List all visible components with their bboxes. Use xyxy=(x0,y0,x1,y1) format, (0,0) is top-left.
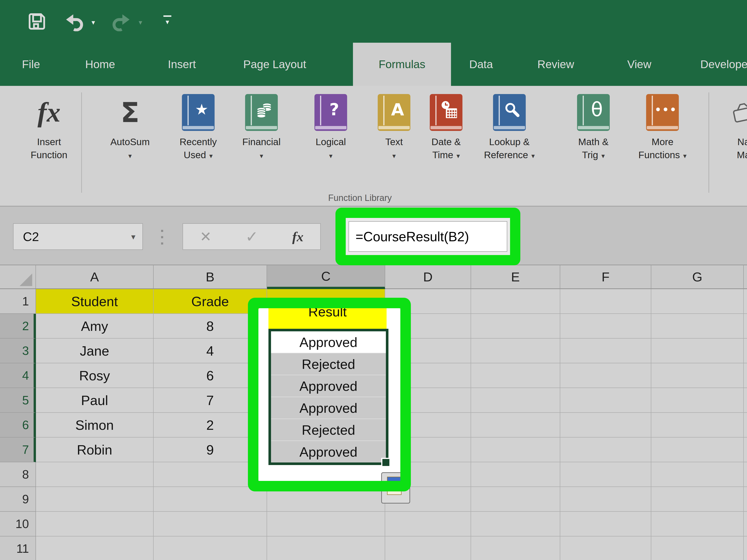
fill-handle[interactable] xyxy=(381,458,390,467)
row-header-7[interactable]: 7 xyxy=(0,437,36,462)
cell-B11[interactable] xyxy=(154,536,267,560)
cell-B8[interactable] xyxy=(154,462,267,487)
cell-G1[interactable] xyxy=(651,289,744,314)
cell-E10[interactable] xyxy=(471,512,560,536)
cell-A9[interactable] xyxy=(36,487,154,512)
chevron-down-icon[interactable]: ▾ xyxy=(683,150,687,160)
result-cell-C4[interactable]: Approved xyxy=(271,375,386,397)
row-header-11[interactable]: 11 xyxy=(0,536,36,560)
cell-F1[interactable] xyxy=(560,289,651,314)
row-header-5[interactable]: 5 xyxy=(0,388,36,413)
cell-H4[interactable] xyxy=(744,363,747,388)
enter-button[interactable]: ✓ xyxy=(246,228,258,246)
select-all-button[interactable] xyxy=(0,265,36,289)
row-header-4[interactable]: 4 xyxy=(0,363,36,388)
insert-function-fx-button[interactable]: fx xyxy=(292,229,304,244)
date-time-button[interactable]: Date & Time▾ xyxy=(430,91,462,161)
column-header-F[interactable]: F xyxy=(560,265,651,289)
redo-dropdown-arrow[interactable]: ▾ xyxy=(139,18,142,26)
row-header-9[interactable]: 9 xyxy=(0,487,36,512)
text-button[interactable]: A Text ▾ xyxy=(378,91,410,161)
cell-D10[interactable] xyxy=(385,512,471,536)
name-manager-button[interactable]: Na Ma xyxy=(729,91,747,161)
cell-G7[interactable] xyxy=(651,437,744,462)
cell-G4[interactable] xyxy=(651,363,744,388)
cell-A7[interactable]: Robin xyxy=(36,437,154,462)
cell-F5[interactable] xyxy=(560,388,651,413)
name-box[interactable]: C2 ▾ xyxy=(13,223,143,250)
result-cell-C3[interactable]: Rejected xyxy=(271,353,386,375)
cell-A10[interactable] xyxy=(36,512,154,536)
cell-A5[interactable]: Paul xyxy=(36,388,154,413)
row-header-1[interactable]: 1 xyxy=(0,289,36,314)
column-header-A[interactable]: A xyxy=(36,265,154,289)
cell-F11[interactable] xyxy=(560,536,651,560)
cell-G10[interactable] xyxy=(651,512,744,536)
cell-G6[interactable] xyxy=(651,413,744,437)
cell-H10[interactable] xyxy=(744,512,747,536)
more-functions-button[interactable]: ••• More Functions▾ xyxy=(639,91,687,161)
cell-E1[interactable] xyxy=(471,289,560,314)
cell-E6[interactable] xyxy=(471,413,560,437)
cancel-button[interactable]: ✕ xyxy=(200,229,211,245)
cell-E11[interactable] xyxy=(471,536,560,560)
chevron-down-icon[interactable]: ▾ xyxy=(601,150,605,160)
cell-B1[interactable]: Grade xyxy=(154,289,267,314)
save-button[interactable] xyxy=(28,12,46,32)
cell-G3[interactable] xyxy=(651,339,744,363)
cell-E7[interactable] xyxy=(471,437,560,462)
cell-B3[interactable]: 4 xyxy=(154,339,267,363)
tab-review[interactable]: Review xyxy=(537,43,574,86)
cell-H1[interactable] xyxy=(744,289,747,314)
cell-F8[interactable] xyxy=(560,462,651,487)
cell-G11[interactable] xyxy=(651,536,744,560)
cell-A1[interactable]: Student xyxy=(36,289,154,314)
cell-F6[interactable] xyxy=(560,413,651,437)
tab-view[interactable]: View xyxy=(627,43,651,86)
cell-F2[interactable] xyxy=(560,314,651,339)
row-header-8[interactable]: 8 xyxy=(0,462,36,487)
chevron-down-icon[interactable]: ▾ xyxy=(329,150,333,160)
column-header-E[interactable]: E xyxy=(471,265,560,289)
cell-B7[interactable]: 9 xyxy=(154,437,267,462)
row-header-2[interactable]: 2 xyxy=(0,314,36,339)
cell-C10[interactable] xyxy=(267,512,385,536)
tab-developer[interactable]: Developer xyxy=(700,43,747,86)
tab-formulas-active[interactable]: Formulas xyxy=(353,43,451,86)
chevron-down-icon[interactable]: ▾ xyxy=(531,150,535,160)
row-header-6[interactable]: 6 xyxy=(0,413,36,437)
cell-E5[interactable] xyxy=(471,388,560,413)
cell-B5[interactable]: 7 xyxy=(154,388,267,413)
result-cell-C5[interactable]: Approved xyxy=(271,397,386,419)
result-cell-C7[interactable]: Approved xyxy=(271,441,386,462)
chevron-down-icon[interactable]: ▾ xyxy=(457,150,460,160)
cell-G8[interactable] xyxy=(651,462,744,487)
cell-C1-result-header[interactable]: Result xyxy=(268,308,387,329)
cell-B4[interactable]: 6 xyxy=(154,363,267,388)
cell-G2[interactable] xyxy=(651,314,744,339)
column-header-B[interactable]: B xyxy=(154,265,267,289)
undo-dropdown-arrow[interactable]: ▾ xyxy=(92,18,95,26)
cell-A3[interactable]: Jane xyxy=(36,339,154,363)
cell-E2[interactable] xyxy=(471,314,560,339)
cell-F10[interactable] xyxy=(560,512,651,536)
insert-function-button[interactable]: fx Insert Function xyxy=(31,91,67,161)
cell-F3[interactable] xyxy=(560,339,651,363)
column-header-G[interactable]: G xyxy=(651,265,744,289)
cell-A6[interactable]: Simon xyxy=(36,413,154,437)
cell-B10[interactable] xyxy=(154,512,267,536)
column-header-C[interactable]: C xyxy=(267,265,385,289)
customize-quick-access-button[interactable]: ▾ xyxy=(163,16,171,26)
cell-E3[interactable] xyxy=(471,339,560,363)
row-header-3[interactable]: 3 xyxy=(0,339,36,363)
cell-C9[interactable] xyxy=(267,487,385,512)
tab-home[interactable]: Home xyxy=(85,43,115,86)
autosum-button[interactable]: Σ AutoSum ▾ xyxy=(110,91,150,161)
column-header-D[interactable]: D xyxy=(385,265,471,289)
cell-A11[interactable] xyxy=(36,536,154,560)
chevron-down-icon[interactable]: ▾ xyxy=(392,150,396,160)
redo-button[interactable] xyxy=(111,13,132,32)
chevron-down-icon[interactable]: ▾ xyxy=(128,150,132,160)
cell-B9[interactable] xyxy=(154,487,267,512)
cell-F9[interactable] xyxy=(560,487,651,512)
